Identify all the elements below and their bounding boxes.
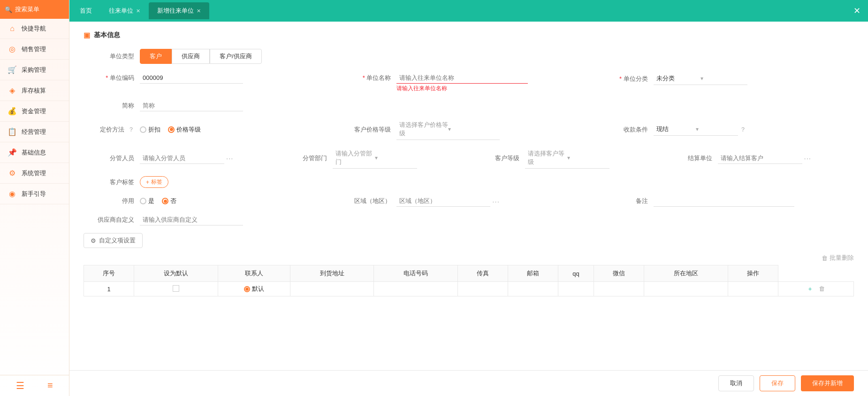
pricing-price-level-radio[interactable]: 价格等级: [168, 125, 201, 134]
footer-bar: 取消 保存 保存并新增: [69, 370, 868, 396]
tab-partner-list-close[interactable]: ✕: [136, 8, 140, 14]
field-tags: 客户标签 + 标签: [84, 176, 854, 188]
sidebar-item-label: 资金管理: [22, 107, 46, 116]
batch-delete-btn[interactable]: 🗑 批量删除: [822, 254, 854, 262]
code-input[interactable]: [140, 72, 243, 84]
settlement-more-btn[interactable]: ···: [802, 154, 814, 162]
main-area: 首页 往来单位 ✕ 新增往来单位 ✕ ✕ ▣ 基本信息 单位类型 客户 供应商 …: [69, 0, 868, 396]
customer-price-select[interactable]: 请选择客户价格等级 ▾: [396, 119, 500, 140]
sidebar-item-label: 销售管理: [22, 45, 46, 54]
batch-delete-label: 批量删除: [830, 254, 854, 262]
disable-yes-circle: [140, 198, 146, 204]
sidebar-item-quick-nav[interactable]: ⌂ 快捷导航: [0, 19, 69, 39]
settlement-label: 结算单位: [662, 154, 718, 163]
cell-checkbox: [134, 282, 218, 296]
row-pricing: 定价方法 ？ 折扣 价格等级 客户: [84, 119, 854, 140]
pricing-discount-radio[interactable]: 折扣: [140, 125, 160, 134]
sidebar-item-inventory[interactable]: ◈ 库存核算: [0, 80, 69, 101]
settlement-input[interactable]: [718, 153, 802, 164]
remark-input[interactable]: [654, 195, 794, 207]
tab-add-partner-close[interactable]: ✕: [197, 8, 201, 14]
sidebar-item-system[interactable]: ⚙ 系统管理: [0, 163, 69, 184]
sidebar-item-sales[interactable]: ◎ 销售管理: [0, 39, 69, 60]
tags-label: 客户标签: [84, 178, 140, 186]
area-label: 区域（地区）: [340, 197, 396, 205]
add-tag-btn[interactable]: + 标签: [140, 176, 168, 188]
field-short-name: 简称: [84, 100, 854, 111]
custom-setting-btn[interactable]: ⚙ 自定义项设置: [84, 233, 143, 248]
tag-btn-label: 标签: [151, 178, 162, 186]
tab-home[interactable]: 首页: [71, 2, 100, 19]
row-checkbox[interactable]: [173, 285, 179, 292]
close-all-tabs-btn[interactable]: ✕: [848, 6, 866, 16]
pricing-price-level-label: 价格等级: [176, 125, 201, 134]
unit-type-customer-btn[interactable]: 客户: [140, 49, 172, 64]
disable-radio-group: 是 否: [140, 197, 176, 205]
payment-help-icon[interactable]: ？: [740, 125, 746, 134]
payment-select[interactable]: 现结 ▾: [654, 123, 738, 136]
guide-icon: ◉: [8, 189, 17, 198]
category-select[interactable]: 未分类 ▾: [654, 72, 747, 85]
col-contact: 联系人: [218, 265, 290, 282]
tab-add-partner[interactable]: 新增往来单位 ✕: [149, 2, 209, 19]
add-row-btn[interactable]: ＋: [807, 285, 813, 292]
inventory-icon: ◈: [8, 86, 17, 95]
sidebar-item-operations[interactable]: 📋 经营管理: [0, 122, 69, 142]
customer-price-label: 客户价格等级: [340, 125, 396, 134]
table-row: 1 默认: [84, 282, 854, 296]
unit-type-supplier-btn[interactable]: 供应商: [172, 49, 210, 64]
tab-bar: 首页 往来单位 ✕ 新增往来单位 ✕ ✕: [69, 0, 868, 22]
table-toolbar: 🗑 批量删除: [84, 254, 854, 262]
col-default: 设为默认: [134, 265, 218, 282]
dept-select[interactable]: 请输入分管部门 ▾: [333, 148, 417, 169]
manager-label: 分管人员: [84, 154, 140, 163]
field-payment: 收款条件 现结 ▾ ？: [597, 123, 854, 136]
disable-no-radio[interactable]: 否: [162, 197, 176, 205]
chevron-down-icon: ▾: [696, 126, 735, 132]
tab-add-partner-label: 新增往来单位: [157, 7, 194, 15]
sidebar-item-basic-info[interactable]: 📌 基础信息: [0, 142, 69, 163]
form-section: ▣ 基本信息 单位类型 客户 供应商 客户/供应商 单位编码 单位名称: [84, 31, 854, 301]
search-menu-btn[interactable]: 🔍 搜索菜单: [0, 0, 69, 19]
disable-yes-label: 是: [148, 197, 154, 205]
tab-home-label: 首页: [80, 7, 92, 15]
sidebar-item-label: 采购管理: [22, 66, 46, 74]
chevron-down-icon: ▾: [448, 126, 497, 132]
disable-no-circle: [162, 198, 168, 204]
manager-more-btn[interactable]: ···: [224, 154, 236, 162]
row-short-name: 简称: [84, 100, 854, 111]
customer-price-placeholder: 请选择客户价格等级: [399, 121, 448, 138]
unit-type-both-btn[interactable]: 客户/供应商: [210, 49, 262, 64]
delete-row-btn[interactable]: 🗑: [819, 285, 825, 292]
sidebar-collapse-btn[interactable]: ☰: [16, 380, 24, 391]
content-area: ▣ 基本信息 单位类型 客户 供应商 客户/供应商 单位编码 单位名称: [69, 22, 868, 370]
short-name-input[interactable]: [140, 100, 243, 111]
cancel-button[interactable]: 取消: [718, 375, 754, 391]
operations-icon: 📋: [8, 127, 17, 136]
area-input[interactable]: [396, 195, 490, 207]
customer-level-select[interactable]: 请选择客户等级 ▾: [525, 148, 609, 169]
sidebar-item-purchase[interactable]: 🛒 采购管理: [0, 60, 69, 80]
remark-label: 备注: [597, 197, 654, 205]
save-new-button[interactable]: 保存并新增: [801, 375, 854, 391]
sidebar-item-guide[interactable]: ◉ 新手引导: [0, 184, 69, 204]
disable-yes-radio[interactable]: 是: [140, 197, 154, 205]
row-disable-area: 停用 是 否 区域（地区） ···: [84, 195, 854, 207]
supplier-custom-input[interactable]: [140, 214, 243, 225]
sidebar-item-finance[interactable]: 💰 资金管理: [0, 101, 69, 122]
tab-partner-list[interactable]: 往来单位 ✕: [100, 2, 149, 19]
tab-partner-list-label: 往来单位: [109, 7, 133, 15]
pricing-discount-label: 折扣: [148, 125, 160, 134]
dept-placeholder: 请输入分管部门: [335, 149, 375, 166]
name-input[interactable]: [396, 72, 528, 84]
field-manager: 分管人员 ···: [84, 153, 276, 164]
finance-icon: 💰: [8, 107, 17, 116]
save-button[interactable]: 保存: [760, 375, 795, 391]
field-settlement: 结算单位 ···: [662, 153, 854, 164]
area-more-btn[interactable]: ···: [490, 197, 502, 205]
pricing-help-icon[interactable]: ？: [128, 126, 134, 133]
manager-input[interactable]: [140, 153, 224, 164]
default-radio[interactable]: [244, 286, 250, 292]
sidebar-expand-btn[interactable]: ≡: [47, 380, 53, 391]
pricing-radio-group: 折扣 价格等级: [140, 125, 201, 134]
